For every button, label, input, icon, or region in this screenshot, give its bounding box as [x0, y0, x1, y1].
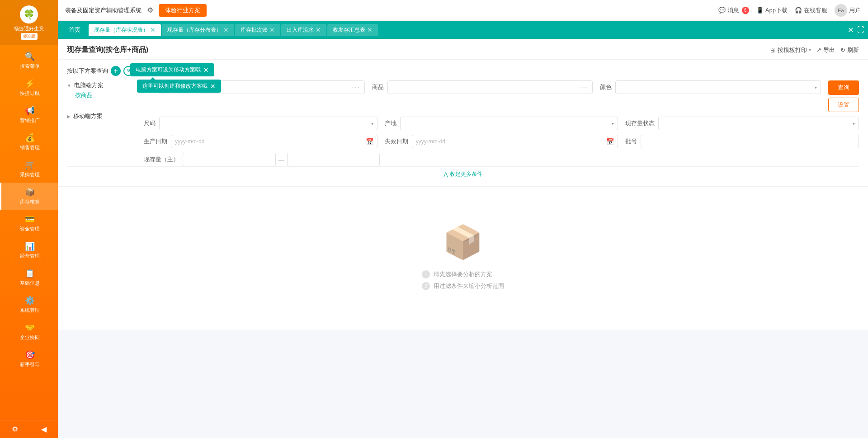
sidebar-item-label: 销售管理 [20, 144, 40, 151]
tab-collect-send[interactable]: 收发存汇总表 ✕ [327, 24, 378, 36]
app-download-button[interactable]: 📱 App下载 [756, 6, 788, 14]
empty-illustration: 📦 [443, 223, 483, 261]
scheme-mobile-label[interactable]: 移动端方案 [73, 112, 103, 120]
sidebar-item-newbie[interactable]: 🎯 新手引导 [0, 345, 58, 372]
online-service-label: 在线客服 [804, 6, 827, 14]
tab-close-icon[interactable]: ✕ [367, 27, 373, 33]
tab-label: 现存量（库存分布表） [167, 26, 222, 34]
tab-close-icon[interactable]: ✕ [269, 27, 275, 33]
batch-control[interactable] [641, 135, 859, 148]
sidebar-item-label: 采购管理 [20, 171, 40, 178]
goods-dots[interactable]: ··· [580, 83, 589, 91]
collapse-bar[interactable]: ⋀ 收起更多条件 [67, 166, 859, 182]
sidebar-item-system[interactable]: ⚙️ 系统管理 [0, 291, 58, 318]
sidebar-item-label: 营销推广 [20, 117, 40, 124]
color-control[interactable]: ▾ [615, 80, 821, 94]
sidebar-item-label: 基础信息 [20, 280, 40, 287]
prod-date-field: 生产日期 yyyy-mm-dd 📅 [144, 135, 377, 148]
tab-batch-account[interactable]: 库存批次账 ✕ [235, 24, 280, 36]
print-button[interactable]: 🖨 按模板打印 ▾ [770, 46, 811, 54]
tab-maximize-icon[interactable]: ⛶ [857, 26, 864, 34]
origin-field: 产地 ▾ [385, 117, 618, 130]
sidebar-item-marketing[interactable]: 📢 营销推广 [0, 101, 58, 128]
goods-control[interactable]: ··· [387, 80, 593, 94]
sidebar-item-finance[interactable]: 💳 资金管理 [0, 210, 58, 237]
header-settings-icon[interactable]: ⚙ [147, 6, 153, 14]
industry-button[interactable]: 体验行业方案 [159, 4, 207, 17]
sidebar-item-basic[interactable]: 📋 基础信息 [0, 264, 58, 291]
query-button[interactable]: 查询 [828, 80, 859, 95]
empty-state: 📦 1 请先选择要分析的方案 2 用过滤条件来缩小分析范围 [58, 187, 868, 330]
exp-date-label: 失效日期 [385, 137, 408, 146]
tab-close-icon[interactable]: ✕ [223, 27, 229, 33]
basic-icon: 📋 [25, 268, 35, 278]
scheme-row-pc-default: 按商品 [67, 90, 144, 100]
inventory-status-chevron: ▾ [853, 121, 855, 126]
sidebar-item-purchase[interactable]: 🛒 采购管理 [0, 155, 58, 183]
newbie-icon: 🎯 [25, 350, 35, 360]
sidebar-item-label: 企业协同 [20, 334, 40, 341]
size-control[interactable]: ▾ [159, 117, 377, 130]
logo-badge: 标准版 [21, 33, 38, 40]
export-button[interactable]: ↗ 导出 [816, 46, 835, 54]
notification-button[interactable]: 💬 消息 6 [718, 6, 749, 14]
range-control: — [183, 153, 380, 166]
range-dash: — [278, 156, 284, 163]
color-chevron: ▾ [815, 85, 817, 90]
operation-icon: 📊 [25, 241, 35, 251]
sidebar-item-label: 库存核算 [20, 198, 40, 205]
calendar-icon-2[interactable]: 📅 [606, 138, 614, 145]
scheme-pc-default-label[interactable]: 按商品 [75, 91, 93, 99]
range-to[interactable] [287, 153, 380, 166]
tab-close-all-icon[interactable]: ✕ [848, 26, 854, 34]
origin-chevron: ▾ [612, 121, 614, 126]
system-name: 装备及固定资产辅助管理系统 [65, 6, 142, 14]
sidebar-item-inventory[interactable]: 📦 库存核算 [0, 183, 58, 210]
exp-date-field: 失效日期 yyyy-mm-dd 📅 [385, 135, 618, 148]
tab-close-icon[interactable]: ✕ [150, 27, 156, 33]
sidebar-item-sales[interactable]: 💰 销售管理 [0, 128, 58, 155]
sidebar-item-enterprise[interactable]: 🤝 企业协同 [0, 318, 58, 345]
guide-icon: ⚡ [25, 79, 35, 89]
exp-date-placeholder: yyyy-mm-dd [416, 138, 607, 145]
tab-close-icon[interactable]: ✕ [316, 27, 321, 33]
scheme-tooltip-close[interactable]: ✕ [203, 66, 209, 74]
tab-inventory-dist[interactable]: 现存量（库存分布表） ✕ [162, 24, 234, 36]
filter-row-2: 尺码 ▾ 产地 ▾ [144, 117, 859, 130]
settings-bottom-icon[interactable]: ⚙ [12, 425, 18, 433]
sidebar-item-guide[interactable]: ⚡ 快捷导航 [0, 74, 58, 101]
size-chevron: ▾ [371, 121, 373, 126]
inventory-status-label: 现存量状态 [625, 119, 655, 127]
inventory-main-field: 现存量（主） — [144, 153, 380, 166]
edit-tooltip-close[interactable]: ✕ [210, 83, 216, 90]
collapse-sidebar-icon[interactable]: ◀ [41, 425, 47, 433]
batch-field: 批号 [625, 135, 859, 148]
tab-in-out[interactable]: 出入库流水 ✕ [281, 24, 326, 36]
page-title-bar: 现存量查询(按仓库+商品) 🖨 按模板打印 ▾ ↗ 导出 ↻ 刷新 [58, 39, 868, 60]
online-service-button[interactable]: 🎧 在线客服 [795, 6, 827, 14]
expand-icon: ▼ [67, 83, 71, 88]
sidebar-item-label: 资金管理 [20, 226, 40, 232]
notification-icon: 💬 [718, 7, 726, 14]
sidebar-item-operation[interactable]: 📊 经营管理 [0, 237, 58, 264]
edit-tooltip-text: 这里可以创建和修改方案哦 [142, 82, 208, 90]
origin-control[interactable]: ▾ [400, 117, 618, 130]
refresh-button[interactable]: ↻ 刷新 [840, 46, 859, 54]
scheme-pc-label[interactable]: 电脑端方案 [74, 81, 104, 89]
exp-date-control[interactable]: yyyy-mm-dd 📅 [412, 135, 618, 148]
range-from[interactable] [183, 153, 276, 166]
tab-inventory-status[interactable]: 现存量（库存状况表） ✕ [89, 24, 161, 36]
collapse-label: 收起更多条件 [450, 170, 482, 178]
calendar-icon[interactable]: 📅 [366, 138, 373, 145]
reset-button[interactable]: 设置 [828, 98, 859, 112]
tab-home[interactable]: 首页 [61, 23, 88, 37]
notification-label: 消息 [727, 6, 739, 14]
expand-icon-mobile: ▶ [67, 114, 71, 119]
filter-add-button[interactable]: + [111, 66, 121, 76]
system-icon: ⚙️ [25, 296, 35, 306]
user-menu[interactable]: Ea 用户 [835, 4, 861, 17]
warehouse-dots[interactable]: ··· [352, 83, 360, 91]
prod-date-control[interactable]: yyyy-mm-dd 📅 [171, 135, 377, 148]
sidebar-item-search[interactable]: 🔍 搜索菜单 [0, 47, 58, 74]
inventory-status-control[interactable]: ▾ [658, 117, 859, 130]
